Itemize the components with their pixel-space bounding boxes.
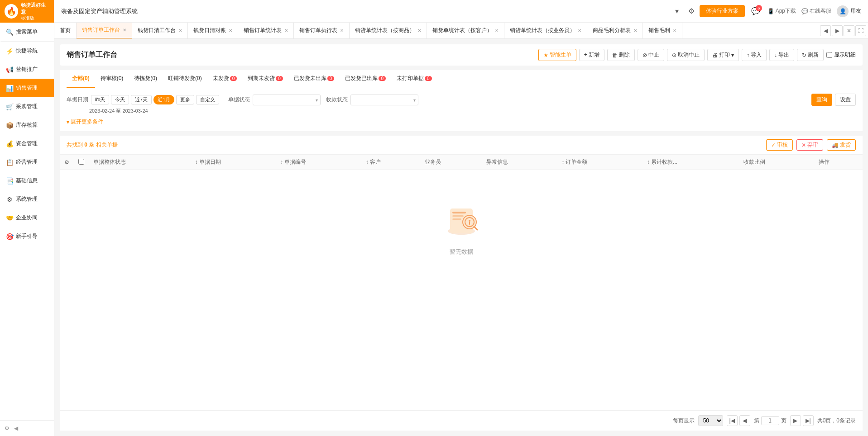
tab-home[interactable]: 首页 [54, 23, 77, 39]
filter-tab-unshipped[interactable]: 未发货0 [207, 70, 243, 88]
filter-tab-overdue-unshipped[interactable]: 到期未发货0 [242, 70, 288, 88]
tab-sales-margin[interactable]: 销售毛利 ✕ [643, 23, 682, 39]
tabs-fullscreen-btn[interactable]: ⛶ [855, 25, 866, 36]
trial-btn[interactable]: 体验行业方案 [700, 5, 745, 17]
add-btn[interactable]: + 新增 [579, 49, 604, 61]
sidebar-item-system[interactable]: ⚙ 系统管理 [0, 190, 54, 209]
tab-close-icon[interactable]: ✕ [578, 28, 581, 33]
date-custom-btn[interactable]: 自定义 [196, 95, 219, 104]
th-collected[interactable]: ↕ 累计收款... [643, 155, 739, 170]
refresh-btn[interactable]: ↻ 刷新 [797, 49, 824, 61]
collapse-icon[interactable]: ◀ [14, 425, 18, 431]
th-amount[interactable]: ↕ 订单金额 [557, 155, 643, 170]
user-menu[interactable]: 👤 用友 [837, 5, 861, 17]
date-month-btn[interactable]: 近1月 [153, 95, 174, 104]
filter-tab-pending-pick[interactable]: 待拣货(0) [129, 70, 163, 88]
filter-tab-pending-review[interactable]: 待审核(0) [95, 70, 129, 88]
suspend-btn[interactable]: ⊘ 中止 [638, 49, 664, 61]
sidebar-item-basic-info[interactable]: 📑 基础信息 [0, 171, 54, 190]
cart-icon: 🛒 [6, 103, 13, 110]
print-btn[interactable]: 🖨 打印 ▾ [707, 49, 739, 61]
tabs-next-btn[interactable]: ▶ [832, 25, 843, 36]
tab-stats[interactable]: 销售订单统计表 ✕ [238, 23, 294, 39]
filter-tab-unprinted[interactable]: 未打印单据0 [391, 70, 437, 88]
filter-settings-btn[interactable]: 设置 [835, 94, 856, 106]
tab-close-icon[interactable]: ✕ [673, 28, 676, 33]
filter-tab-shipped-not-out[interactable]: 已发货未出库0 [288, 70, 340, 88]
sidebar-item-finance[interactable]: 💰 资金管理 [0, 134, 54, 153]
page-info: 第 页 [754, 416, 786, 425]
sidebar-item-quicknav[interactable]: ⚡ 快捷导航 [0, 42, 54, 60]
tabs-close-all-btn[interactable]: ✕ [844, 25, 854, 36]
filter-section: 全部(0) 待审核(0) 待拣货(0) 旺铺待发货(0) 未发货0 到期未发货0… [60, 70, 863, 131]
tabs-prev-btn[interactable]: ◀ [820, 25, 831, 36]
expand-filters-btn[interactable]: ▾ 展开更多条件 [67, 118, 856, 126]
online-service-btn[interactable]: 💬 在线客服 [801, 5, 831, 18]
status-select[interactable] [253, 95, 321, 105]
filter-tab-shipped-out[interactable]: 已发货已出库0 [340, 70, 391, 88]
sidebar-item-marketing[interactable]: 📢 营销推广 [0, 60, 54, 79]
payment-filter-label: 收款状态 [326, 96, 348, 104]
tab-close-icon[interactable]: ✕ [123, 28, 126, 33]
tab-close-icon[interactable]: ✕ [340, 28, 344, 33]
tab-product-stats[interactable]: 销货单统计表（按商品） ✕ [350, 23, 427, 39]
table-scroll[interactable]: ⚙ 单据整体状态 ↕ 单据日期 ↕ 单据编号 ↕ 客户 [60, 155, 863, 410]
sidebar-item-guide[interactable]: 🎯 新手引导 [0, 227, 54, 246]
sidebar-item-search[interactable]: 🔍 搜索菜单 [0, 23, 54, 42]
filter-tab-shop-pending[interactable]: 旺铺待发货(0) [163, 70, 207, 88]
system-dropdown-icon[interactable]: ▾ [671, 5, 683, 18]
ship-btn[interactable]: 🚚 发货 [827, 139, 856, 151]
sidebar-item-inventory[interactable]: 📦 库存核算 [0, 116, 54, 134]
tab-close-icon[interactable]: ✕ [495, 28, 499, 33]
export-btn[interactable]: ↓ 导出 [769, 49, 794, 61]
sidebar-item-operations[interactable]: 📋 经营管理 [0, 153, 54, 171]
delete-btn[interactable]: 🗑 删除 [607, 49, 635, 61]
th-settings[interactable]: ⚙ [60, 155, 74, 170]
settings-icon[interactable]: ⚙ [685, 5, 698, 18]
import-btn[interactable]: ↑ 导入 [742, 49, 767, 61]
cancel-review-btn[interactable]: ✕ 弃审 [796, 139, 823, 151]
review-btn[interactable]: ✓ 审核 [766, 139, 793, 151]
page-next-btn[interactable]: ▶ [790, 415, 801, 426]
date-yesterday-btn[interactable]: 昨天 [91, 95, 109, 104]
sidebar-item-collab[interactable]: 🤝 企业协同 [0, 209, 54, 227]
tab-exec[interactable]: 销售订单执行表 ✕ [294, 23, 350, 39]
show-detail-checkbox[interactable]: 显示明细 [826, 51, 856, 59]
page-size-select[interactable]: 10 20 50 100 [698, 415, 723, 426]
sidebar-item-sales[interactable]: 📊 销售管理 [0, 79, 54, 97]
th-checkbox[interactable] [74, 155, 89, 170]
app-download-btn[interactable]: 📱 App下载 [767, 5, 796, 18]
sidebar-bottom: ⚙ ◀ [0, 420, 54, 436]
page-first-btn[interactable]: |◀ [727, 415, 738, 426]
th-customer[interactable]: ↕ 客户 [361, 155, 420, 170]
tab-customer-stats[interactable]: 销货单统计表（按客户） ✕ [427, 23, 504, 39]
tab-close-icon[interactable]: ✕ [284, 28, 288, 33]
page-nav: |◀ ◀ [727, 415, 750, 426]
th-number[interactable]: ↕ 单据编号 [276, 155, 361, 170]
date-more-btn[interactable]: 更多 [176, 95, 194, 104]
filter-tab-all[interactable]: 全部(0) [67, 70, 95, 88]
tab-margin-analysis[interactable]: 商品毛利分析表 ✕ [587, 23, 643, 39]
tab-sales-order-workbench[interactable]: 销售订单工作台 ✕ [77, 23, 132, 39]
tab-sales-stats[interactable]: 销货单统计表（按业务员） ✕ [504, 23, 587, 39]
smart-create-btn[interactable]: ★ 智能生单 [538, 49, 576, 61]
query-btn[interactable]: 查询 [811, 94, 832, 106]
tab-close-icon[interactable]: ✕ [229, 28, 232, 33]
th-date[interactable]: ↕ 单据日期 [190, 155, 276, 170]
message-icon[interactable]: 💬 6 [749, 5, 762, 18]
cancel-suspend-btn[interactable]: ⊙ 取消中止 [667, 49, 705, 61]
date-7days-btn[interactable]: 近7天 [131, 95, 152, 104]
tab-daily-clear[interactable]: 钱货日清工作台 ✕ [132, 23, 188, 39]
settings-icon[interactable]: ⚙ [5, 425, 10, 431]
page-last-btn[interactable]: ▶| [803, 415, 814, 426]
tab-reconcile[interactable]: 钱货日清对账 ✕ [188, 23, 238, 39]
empty-state: 暂无数据 [60, 170, 863, 283]
date-today-btn[interactable]: 今天 [111, 95, 129, 104]
tab-close-icon[interactable]: ✕ [417, 28, 421, 33]
page-input[interactable] [761, 416, 779, 425]
page-prev-btn[interactable]: ◀ [739, 415, 750, 426]
tab-close-icon[interactable]: ✕ [633, 28, 637, 33]
sidebar-item-purchase[interactable]: 🛒 采购管理 [0, 97, 54, 116]
payment-select[interactable] [350, 95, 418, 105]
tab-close-icon[interactable]: ✕ [178, 28, 182, 33]
